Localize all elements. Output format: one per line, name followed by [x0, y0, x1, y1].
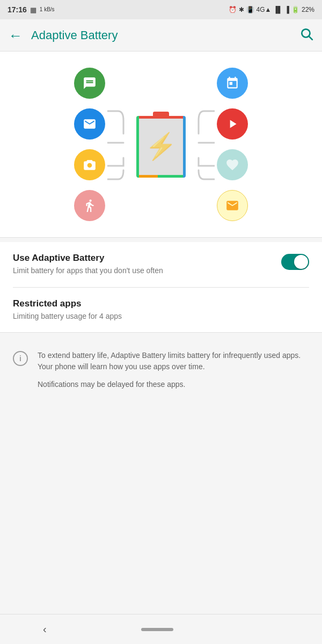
- illustration-area: ⚡: [0, 52, 322, 237]
- mail-icon-right: [217, 190, 248, 221]
- restricted-apps-desc: Limiting battery usage for 4 apps: [13, 311, 301, 322]
- info-icon: i: [13, 351, 28, 366]
- page-title: Adaptive Battery: [31, 28, 299, 42]
- adaptive-battery-item[interactable]: Use Adaptive Battery Limit battery for a…: [0, 242, 322, 287]
- info-text-1: To extend battery life, Adaptive Battery…: [38, 350, 309, 372]
- settings-section: Use Adaptive Battery Limit battery for a…: [0, 242, 322, 332]
- battery-illustration: ⚡: [136, 112, 186, 178]
- nav-back-button[interactable]: ‹: [43, 623, 47, 635]
- home-indicator[interactable]: [141, 628, 173, 631]
- info-text: To extend battery life, Adaptive Battery…: [38, 350, 309, 390]
- adaptive-battery-toggle[interactable]: [281, 254, 309, 270]
- right-app-icons: [217, 68, 248, 221]
- vibrate-icon: 📳: [246, 6, 254, 13]
- restricted-apps-title: Restricted apps: [13, 298, 301, 309]
- info-text-2: Notifications may be delayed for these a…: [38, 379, 309, 390]
- status-time: 17:16: [8, 5, 27, 14]
- search-button[interactable]: [299, 27, 313, 44]
- signal-icon: ▐▌: [273, 6, 282, 13]
- restricted-apps-item[interactable]: Restricted apps Limiting battery usage f…: [0, 288, 322, 333]
- navigation-bar: ‹: [0, 614, 322, 644]
- battery-icon: 🔋: [291, 6, 299, 13]
- left-wires: [107, 91, 134, 198]
- status-bar: 17:16 ▦ 1 kB/s ⏰ ✱ 📳 4G▲ ▐▌ ▐ 🔋 22%: [0, 0, 322, 19]
- heart-icon: [217, 149, 248, 180]
- sim-icon: ▦: [30, 6, 36, 14]
- network-icon: 4G▲: [257, 6, 272, 13]
- info-section: i To extend battery life, Adaptive Batte…: [0, 337, 322, 403]
- svg-line-1: [309, 36, 312, 39]
- email-icon: [74, 108, 105, 140]
- messages-icon: [74, 68, 105, 99]
- toggle-knob: [294, 255, 308, 269]
- right-wires: [188, 91, 215, 198]
- battery-percent: 22%: [302, 6, 314, 13]
- status-left: 17:16 ▦ 1 kB/s: [8, 5, 55, 14]
- adaptive-battery-desc: Limit battery for apps that you don't us…: [13, 266, 273, 276]
- work-icon: [74, 149, 105, 180]
- video-icon: [217, 108, 248, 140]
- adaptive-battery-title: Use Adaptive Battery: [13, 253, 273, 264]
- left-app-icons: [74, 68, 105, 221]
- wifi-icon: ▐: [284, 6, 289, 13]
- fitness-icon: [74, 190, 105, 221]
- alarm-icon: ⏰: [229, 6, 237, 13]
- network-speed: 1 kB/s: [40, 6, 55, 13]
- calendar-icon: [217, 68, 248, 99]
- app-bar: ← Adaptive Battery: [0, 19, 322, 52]
- bluetooth-icon: ✱: [239, 6, 244, 13]
- back-button[interactable]: ←: [9, 28, 23, 42]
- status-right: ⏰ ✱ 📳 4G▲ ▐▌ ▐ 🔋 22%: [229, 6, 314, 13]
